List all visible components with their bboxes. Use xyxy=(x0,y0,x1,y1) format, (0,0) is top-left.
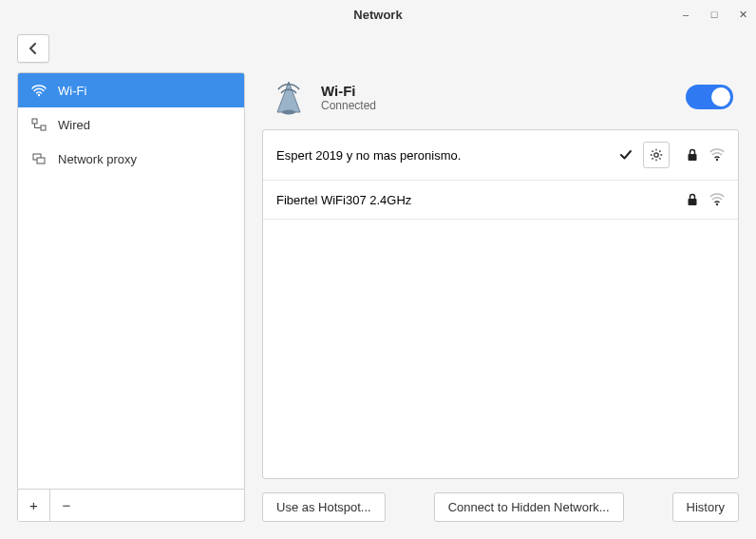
network-ssid: Espert 2019 y no mas peronismo. xyxy=(276,148,609,163)
lock-icon xyxy=(685,192,700,207)
network-settings-button[interactable] xyxy=(643,142,670,168)
add-connection-button[interactable]: + xyxy=(18,490,50,521)
window-title: Network xyxy=(353,8,402,22)
svg-point-17 xyxy=(716,159,718,161)
svg-line-13 xyxy=(659,158,660,159)
svg-point-19 xyxy=(716,203,718,205)
main-area: Wi-Fi Wired Network proxy + − xyxy=(0,72,756,539)
toolbar xyxy=(0,29,756,72)
wifi-toggle[interactable] xyxy=(686,85,733,109)
wifi-large-icon xyxy=(268,76,310,118)
header-titles: Wi-Fi Connected xyxy=(321,83,376,112)
page-subtitle: Connected xyxy=(321,99,376,112)
content-panel: Wi-Fi Connected Espert 2019 y no mas per… xyxy=(262,72,739,522)
sidebar-item-proxy[interactable]: Network proxy xyxy=(18,142,244,176)
sidebar: Wi-Fi Wired Network proxy + − xyxy=(17,72,245,522)
titlebar: Network – □ ✕ xyxy=(0,0,756,29)
wifi-icon xyxy=(31,83,47,98)
signal-icon xyxy=(709,147,725,163)
sidebar-item-wired[interactable]: Wired xyxy=(18,107,244,142)
sidebar-list: Wi-Fi Wired Network proxy xyxy=(17,72,245,490)
svg-line-14 xyxy=(652,158,653,159)
sidebar-item-wifi[interactable]: Wi-Fi xyxy=(18,73,244,107)
signal-icon xyxy=(709,192,725,207)
connect-hidden-network-button[interactable]: Connect to Hidden Network... xyxy=(434,492,624,522)
svg-point-6 xyxy=(282,110,295,115)
sidebar-item-label: Wired xyxy=(58,118,90,132)
network-list: Espert 2019 y no mas peronismo. Fibertel… xyxy=(262,129,739,479)
minimize-button[interactable]: – xyxy=(680,9,691,20)
svg-line-15 xyxy=(659,151,660,152)
history-button[interactable]: History xyxy=(672,492,739,522)
maximize-button[interactable]: □ xyxy=(709,9,720,20)
svg-rect-4 xyxy=(37,158,45,164)
checkmark-icon xyxy=(618,147,633,163)
svg-point-7 xyxy=(654,153,658,157)
network-ssid: Fibertel WiFi307 2.4GHz xyxy=(276,193,675,207)
remove-connection-button[interactable]: − xyxy=(50,490,83,521)
wired-icon xyxy=(31,117,47,132)
chevron-left-icon xyxy=(28,43,38,54)
sidebar-controls: + − xyxy=(17,490,245,522)
sidebar-item-label: Wi-Fi xyxy=(58,84,86,98)
svg-rect-2 xyxy=(41,125,46,130)
content-header: Wi-Fi Connected xyxy=(262,72,739,129)
page-title: Wi-Fi xyxy=(321,83,376,99)
proxy-icon xyxy=(31,151,47,166)
svg-rect-16 xyxy=(689,154,697,161)
bottom-actions: Use as Hotspot... Connect to Hidden Netw… xyxy=(262,492,739,522)
toggle-knob xyxy=(711,87,730,106)
lock-icon xyxy=(685,147,700,163)
gear-icon xyxy=(650,148,663,162)
use-as-hotspot-button[interactable]: Use as Hotspot... xyxy=(262,492,386,522)
close-button[interactable]: ✕ xyxy=(737,9,748,20)
sidebar-item-label: Network proxy xyxy=(58,152,137,166)
back-button[interactable] xyxy=(17,34,49,63)
network-row[interactable]: Fibertel WiFi307 2.4GHz xyxy=(263,181,738,220)
window-controls: – □ ✕ xyxy=(680,0,748,29)
network-row[interactable]: Espert 2019 y no mas peronismo. xyxy=(263,130,738,181)
svg-rect-1 xyxy=(32,119,37,124)
svg-point-0 xyxy=(38,94,40,96)
svg-line-12 xyxy=(652,151,653,152)
svg-rect-18 xyxy=(689,199,697,205)
